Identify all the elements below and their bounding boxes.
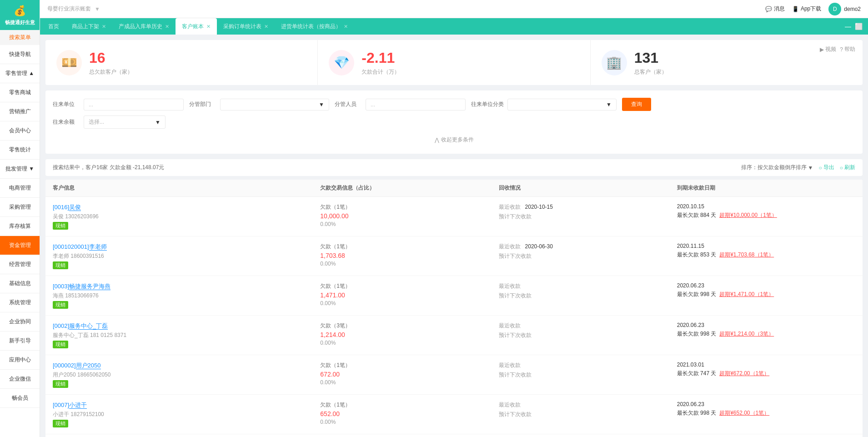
- avatar: D: [828, 3, 841, 15]
- overdue-days-text: 最长欠款 998 天 超期¥1,471.00（1笔）: [677, 291, 855, 298]
- sidebar-item-xinshouyindao[interactable]: 新手引导: [0, 332, 40, 351]
- overdue-amount-link[interactable]: 超期¥10,000.00（1笔）: [719, 212, 777, 218]
- overdue-days-text: 最长欠款 998 天 超期¥1,214.00（3笔）: [677, 330, 855, 338]
- filter-placeholder: ...: [371, 101, 375, 108]
- overdue-amount-link[interactable]: 超期¥652.00（1笔）: [719, 410, 769, 416]
- table-row: [0006]去下粮仓 陈小册 现销 欠款（1笔） 455.90 0.00% 最近…: [45, 434, 863, 437]
- sidebar-item-lingsoushangcheng[interactable]: 零售商城: [0, 83, 40, 102]
- filter-laiwaidanwei: 往来单位 ...: [53, 99, 184, 111]
- close-icon[interactable]: ✕: [344, 24, 348, 30]
- debt-info-cell: 欠款（1笔） 1,703.68 0.00%: [320, 243, 498, 267]
- nav-label: 企业微信: [9, 376, 31, 382]
- filter-select-laiwaiyu'e[interactable]: 选择... ▼: [84, 116, 166, 129]
- sidebar-item-lingshoulguanli[interactable]: 零售管理 ▲: [0, 64, 40, 83]
- filter-label-fengurenyuan: 分管人员: [335, 100, 362, 108]
- sidebar-item-qiyexietong[interactable]: 企业协同: [0, 312, 40, 332]
- sidebar-item-zijinguanli[interactable]: 资金管理: [0, 236, 40, 255]
- sidebar-item-changhui-yuan[interactable]: 畅会员: [0, 389, 40, 408]
- sidebar-item-huiyuanzhongxin[interactable]: 会员中心: [0, 121, 40, 141]
- total-customers-icon: 🏢: [602, 50, 627, 75]
- sidebar-item-jingyingguanli[interactable]: 经营管理: [0, 255, 40, 274]
- help-label: 帮助: [844, 45, 855, 53]
- message-button[interactable]: 💬 消息: [765, 5, 785, 13]
- tab-kehuzhangshu[interactable]: 客户账本 ✕: [176, 18, 217, 35]
- search-button[interactable]: 查询: [622, 98, 651, 111]
- overdue-amount-link[interactable]: 超期¥1,214.00（3笔）: [719, 331, 774, 337]
- debt-amount[interactable]: 652.00: [320, 410, 498, 417]
- chevron-down-icon: ▼: [319, 101, 324, 108]
- app-name: 畅捷通好生意: [4, 19, 36, 25]
- filter-select-laiwaidanweifenlei[interactable]: ▼: [507, 99, 617, 111]
- video-button[interactable]: ▶ 视频: [820, 45, 836, 53]
- search-menu[interactable]: 搜索菜单: [0, 30, 40, 45]
- customer-name-link[interactable]: [0007]小进干: [53, 401, 320, 409]
- tab-minimize-icon[interactable]: —: [845, 23, 851, 30]
- collapse-filter-button[interactable]: ⋀ 收起更多条件: [53, 133, 855, 146]
- customer-name-link[interactable]: [0003]畅捷服务尹海燕: [53, 282, 320, 291]
- app-download-button[interactable]: 📱 App下载: [792, 5, 821, 13]
- filter-select-fengubumen[interactable]: ▼: [220, 99, 329, 111]
- sidebar-item-yingxiaotuguan[interactable]: 营销推广: [0, 102, 40, 121]
- filter-input-fengurenyuan[interactable]: ...: [366, 99, 466, 111]
- table-body: [0016]吴俊 吴俊 13026203696 现销 欠款（1笔） 10,000…: [45, 197, 863, 437]
- overdue-date: 2020.10.15: [677, 203, 855, 210]
- total-customers-value: 131: [634, 49, 852, 66]
- debt-amount[interactable]: 672.00: [320, 371, 498, 378]
- sidebar-item-pifaguanli[interactable]: 批发管理 ▼: [0, 160, 40, 179]
- sidebar-item-lingshoutongji[interactable]: 零售统计: [0, 141, 40, 160]
- col-debt-info: 欠款交易信息（占比）: [320, 184, 498, 192]
- sidebar-item-kucunhesuan[interactable]: 库存核算: [0, 217, 40, 236]
- overdue-days-text: 最长欠款 884 天 超期¥10,000.00（1笔）: [677, 211, 855, 219]
- sidebar-item-caigouguanli[interactable]: 采购管理: [0, 198, 40, 217]
- tab-jinhuo-tongji[interactable]: 进货单统计表（按商品） ✕: [275, 18, 354, 35]
- overdue-amount-link[interactable]: 超期¥672.00（1笔）: [719, 370, 769, 377]
- overdue-date: 2020.06.23: [677, 401, 855, 407]
- topbar-dropdown-icon[interactable]: ▼: [95, 6, 100, 12]
- refresh-button[interactable]: ○ 刷新: [840, 164, 855, 171]
- tab-shangpinshanxia[interactable]: 商品上下架 ✕: [65, 18, 112, 35]
- customer-tag: 现销: [53, 261, 68, 269]
- debt-percent: 0.00%: [320, 300, 498, 306]
- filter-input-laiwaidanwei[interactable]: ...: [84, 99, 184, 111]
- overdue-amount-link[interactable]: 超期¥1,703.68（1笔）: [719, 251, 774, 258]
- sort-button[interactable]: 排序：按欠款金额倒序排序 ▼: [741, 164, 813, 171]
- sidebar-item-xitongguanli[interactable]: 系统管理: [0, 293, 40, 312]
- app-logo: 💰 畅捷通好生意: [0, 0, 40, 30]
- debt-amount[interactable]: 10,000.00: [320, 212, 498, 220]
- debt-amount[interactable]: 1,214.00: [320, 331, 498, 338]
- overdue-amount-link[interactable]: 超期¥1,471.00（1笔）: [719, 291, 774, 297]
- close-icon[interactable]: ✕: [102, 24, 106, 30]
- export-button[interactable]: ○ 导出: [819, 164, 834, 171]
- tab-maximize-icon[interactable]: ⬜: [855, 23, 863, 30]
- close-icon[interactable]: ✕: [206, 24, 211, 30]
- nav-label: 零售商城: [9, 89, 31, 95]
- customer-name-link[interactable]: [0002]服务中心_丁磊: [53, 322, 320, 330]
- overdue-info-cell: 2020.11.15 最长欠款 853 天 超期¥1,703.68（1笔）: [677, 243, 855, 259]
- overdue-days-text: 最长欠款 853 天 超期¥1,703.68（1笔）: [677, 251, 855, 259]
- close-icon[interactable]: ✕: [264, 24, 268, 30]
- debt-percent: 0.00%: [320, 261, 498, 267]
- customer-name-link[interactable]: [000002]用户2050: [53, 362, 320, 370]
- close-icon[interactable]: ✕: [165, 24, 169, 30]
- sidebar-item-qiyeweixinl[interactable]: 企业微信: [0, 370, 40, 389]
- customer-name-link[interactable]: [0016]吴俊: [53, 203, 320, 211]
- nav-label: 采购管理: [9, 204, 31, 210]
- customer-name-link[interactable]: [0001020001]李老师: [53, 243, 320, 251]
- sidebar-item-dianshangangguanli[interactable]: 电商管理: [0, 179, 40, 198]
- debt-customers-value: 16: [89, 49, 306, 66]
- help-button[interactable]: ? 帮助: [840, 45, 855, 53]
- message-icon: 💬: [765, 6, 772, 12]
- nav-label: 畅会员: [12, 395, 28, 401]
- sidebar-item-kuaijiedaohang[interactable]: 快捷导航: [0, 45, 40, 64]
- tab-label: 产成品入库单历史: [119, 23, 162, 30]
- repay-info-cell: 最近收款 预计下次收款: [499, 322, 677, 339]
- tab-chanchenpin[interactable]: 产成品入库单历史 ✕: [112, 18, 176, 35]
- sidebar-item-jichuxinxi[interactable]: 基础信息: [0, 274, 40, 293]
- tab-home[interactable]: 首页: [42, 18, 65, 35]
- tab-caigouddtongji[interactable]: 采购订单统计表 ✕: [217, 18, 275, 35]
- nav-label: 快捷导航: [9, 51, 31, 57]
- debt-amount[interactable]: 1,703.68: [320, 252, 498, 259]
- sidebar-item-yingyongzhongxin[interactable]: 应用中心: [0, 351, 40, 370]
- debt-amount[interactable]: 1,471.00: [320, 291, 498, 299]
- user-menu-button[interactable]: D demo2: [828, 3, 861, 15]
